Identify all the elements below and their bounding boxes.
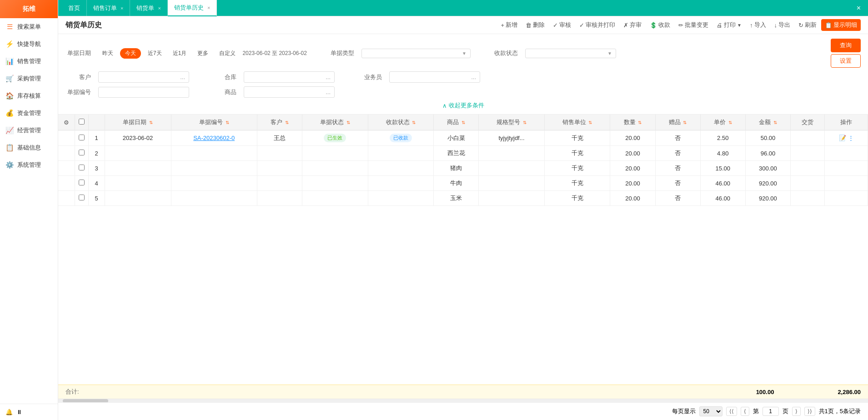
warehouse-dots[interactable]: ... <box>326 74 331 80</box>
row-doc-no[interactable] <box>171 146 257 161</box>
batch-change-button[interactable]: ✏ 批量变更 <box>675 19 712 31</box>
filter-row-1: 单据日期 昨天 今天 近7天 近1月 更多 自定义 2023-06-02 至 2… <box>65 39 861 68</box>
delete-button[interactable]: 🗑 删除 <box>522 19 548 31</box>
date-btn-1month[interactable]: 近1月 <box>169 48 191 59</box>
refresh-button[interactable]: ↻ 刷新 <box>795 19 820 31</box>
staff-dots[interactable]: ... <box>471 74 476 80</box>
date-btn-today[interactable]: 今天 <box>120 48 141 59</box>
page-prev-button[interactable]: ⟨ <box>741 407 749 416</box>
page-next-button[interactable]: ⟩ <box>792 407 801 416</box>
abandon-button[interactable]: ✗ 弃审 <box>620 19 645 31</box>
row-doc-no[interactable]: SA-20230602-0 <box>171 130 257 146</box>
row-operation <box>825 176 868 191</box>
date-btn-yesterday[interactable]: 昨天 <box>98 48 117 59</box>
customer-sort-icon: ⇅ <box>285 120 289 125</box>
row-checkbox[interactable] <box>79 165 85 170</box>
col-doc-date[interactable]: 单据日期 ⇅ <box>105 115 171 130</box>
page-number-input[interactable] <box>763 407 779 416</box>
sidebar-item-finance[interactable]: 💰 资金管理 <box>0 105 58 122</box>
col-doc-no[interactable]: 单据编号 ⇅ <box>171 115 257 130</box>
row-doc-no[interactable] <box>171 161 257 176</box>
tab-bar-close-all[interactable]: × <box>853 4 864 12</box>
edit-op-btn[interactable]: 📝 <box>839 135 846 141</box>
collect-status-select[interactable]: ▼ <box>525 49 616 58</box>
col-goods[interactable]: 商品 ⇅ <box>434 115 479 130</box>
spec-sort-icon: ⇅ <box>523 120 527 125</box>
staff-input[interactable] <box>393 74 469 80</box>
date-btn-more[interactable]: 更多 <box>193 48 212 59</box>
search-menu-icon: ☰ <box>5 23 14 31</box>
select-all-checkbox[interactable] <box>79 119 85 125</box>
print-label: 打印 <box>724 21 736 29</box>
doc-type-select[interactable]: ▼ <box>361 49 471 58</box>
col-spec[interactable]: 规格型号 ⇅ <box>479 115 545 130</box>
col-check[interactable] <box>75 115 88 130</box>
col-qty[interactable]: 数量 ⇅ <box>610 115 655 130</box>
tab-sales-order[interactable]: 销售订单 × <box>87 0 130 16</box>
row-checkbox[interactable] <box>79 195 85 200</box>
sidebar-item-purchase-mgmt[interactable]: 🛒 采购管理 <box>0 70 58 87</box>
tab-sales-delivery-close[interactable]: × <box>158 5 161 11</box>
row-check[interactable] <box>75 130 88 146</box>
row-qty: 20.00 <box>610 161 655 176</box>
sidebar-item-inventory[interactable]: 🏠 库存核算 <box>0 87 58 105</box>
warehouse-input[interactable] <box>248 74 324 80</box>
row-check[interactable] <box>75 176 88 191</box>
sidebar-item-operations[interactable]: 📈 经营管理 <box>0 122 58 139</box>
row-spec <box>479 146 545 161</box>
col-collect-status[interactable]: 收款状态 ⇅ <box>368 115 434 130</box>
col-doc-status[interactable]: 单据状态 ⇅ <box>302 115 368 130</box>
table-row: 1 2023-06-02 SA-20230602-0 王总 已生效 已收款 小白… <box>58 130 868 146</box>
export-button[interactable]: ↓ 导出 <box>771 19 794 31</box>
col-amount[interactable]: 金额 ⇅ <box>745 115 790 130</box>
sidebar-item-quick-nav[interactable]: ⚡ 快捷导航 <box>0 35 58 53</box>
collapse-button[interactable]: ∧ 收起更多条件 <box>442 101 484 110</box>
col-gift[interactable]: 赠品 ⇅ <box>655 115 700 130</box>
row-check[interactable] <box>75 191 88 206</box>
page-size-select[interactable]: 20 50 100 <box>699 406 722 416</box>
col-sales-unit[interactable]: 销售单位 ⇅ <box>544 115 610 130</box>
horizontal-scrollbar[interactable] <box>58 399 868 402</box>
import-button[interactable]: ↑ 导入 <box>746 19 770 31</box>
audit-button[interactable]: ✓ 审核 <box>549 19 575 31</box>
doc-no-input[interactable] <box>98 87 189 98</box>
query-button[interactable]: 查询 <box>831 39 861 52</box>
tab-sales-history[interactable]: 销货单历史 × <box>168 0 217 16</box>
sidebar-item-sys-mgmt[interactable]: ⚙️ 系统管理 <box>0 156 58 174</box>
customer-dots[interactable]: ... <box>180 74 185 80</box>
new-button[interactable]: + 新增 <box>497 19 522 31</box>
row-doc-no[interactable] <box>171 176 257 191</box>
goods-dots[interactable]: ... <box>326 89 331 95</box>
sidebar-item-sales-mgmt[interactable]: 📊 销售管理 <box>0 53 58 70</box>
customer-input[interactable] <box>102 74 178 80</box>
sidebar-item-search-menu[interactable]: ☰ 搜索菜单 <box>0 18 58 35</box>
audit-print-button[interactable]: ✓ 审核并打印 <box>576 19 619 31</box>
col-unit-price[interactable]: 单价 ⇅ <box>700 115 745 130</box>
row-checkbox[interactable] <box>79 135 85 140</box>
tab-sales-order-close[interactable]: × <box>120 5 123 11</box>
settings-button[interactable]: 设置 <box>831 54 861 68</box>
col-gear[interactable]: ⚙ <box>58 115 75 130</box>
col-customer[interactable]: 客户 ⇅ <box>257 115 302 130</box>
page-first-button[interactable]: ⟨⟨ <box>726 407 737 416</box>
row-checkbox[interactable] <box>79 150 85 155</box>
doc-no-link[interactable]: SA-20230602-0 <box>193 135 235 141</box>
notification-icon[interactable]: 🔔 <box>5 409 13 415</box>
page-last-button[interactable]: ⟩⟩ <box>804 407 815 416</box>
goods-input[interactable] <box>248 89 324 95</box>
row-check[interactable] <box>75 146 88 161</box>
sidebar-item-base-info[interactable]: 📋 基础信息 <box>0 139 58 156</box>
row-checkbox[interactable] <box>79 180 85 185</box>
date-btn-custom[interactable]: 自定义 <box>215 48 240 59</box>
pause-icon[interactable]: ⏸ <box>16 409 22 415</box>
date-btn-7days[interactable]: 近7天 <box>144 48 166 59</box>
more-op-btn[interactable]: ⋮ <box>848 135 854 141</box>
tab-sales-history-close[interactable]: × <box>207 5 210 10</box>
tab-sales-delivery[interactable]: 销货单 × <box>130 0 167 16</box>
tab-home[interactable]: 首页 <box>62 0 87 16</box>
print-button[interactable]: 🖨 打印 ▼ <box>713 19 745 31</box>
collect-button[interactable]: 💲 收款 <box>646 19 674 31</box>
row-check[interactable] <box>75 161 88 176</box>
show-detail-button[interactable]: 📋 显示明细 <box>821 19 861 31</box>
row-doc-no[interactable] <box>171 191 257 206</box>
